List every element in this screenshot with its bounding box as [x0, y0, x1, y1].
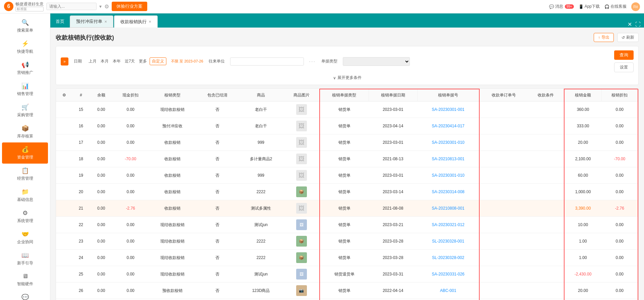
- td-bill-no[interactable]: SA-20230331-026: [417, 266, 479, 283]
- date-btn-this-month[interactable]: 本月: [99, 58, 110, 65]
- date-btn-this-year[interactable]: 本年: [111, 58, 122, 65]
- td-bill-no[interactable]: ABC-001: [417, 283, 479, 299]
- data-table-container: ⚙ # 余额 现金折扣 核销类型 包含已结清 商品 商品图片 核销单据类型 核销…: [56, 88, 639, 300]
- sidebar-item-search[interactable]: 🔍 搜索菜单: [0, 15, 50, 37]
- td-bill-date: 2023-03-01: [369, 167, 417, 184]
- user-avatar[interactable]: Rit: [631, 2, 640, 11]
- td-goods: 衣服00001: [238, 299, 283, 300]
- td-cash-discount: 0.00: [113, 118, 148, 134]
- sidebar-item-finance[interactable]: 💰 资金管理: [2, 142, 48, 164]
- writeoff-tab-close[interactable]: ✕: [149, 20, 151, 24]
- expand-more-link[interactable]: ∨ 展开更多条件: [333, 75, 362, 81]
- table-row: 24 0.00 0.00 现结收款核销 否 2222 📦 销货单 2023-03…: [56, 250, 638, 266]
- td-balance: 0.00: [90, 184, 113, 200]
- bill-no-link[interactable]: ABC-001: [440, 288, 457, 293]
- tab-prepay[interactable]: 预付冲应付单 ✕: [70, 15, 113, 28]
- th-balance: 余额: [90, 89, 113, 101]
- td-bill-date: 2022-04-14: [369, 283, 417, 299]
- td-writeoff-type: 收款核销: [148, 200, 197, 217]
- settings-gear-icon[interactable]: ⚙: [104, 3, 109, 10]
- sidebar-item-purchase[interactable]: 🛒 采购管理: [0, 100, 50, 121]
- sidebar-item-hardware[interactable]: 🖥 智能硬件: [0, 269, 50, 290]
- export-button[interactable]: ↑ 导出: [594, 33, 614, 42]
- bill-no-link[interactable]: SA-20210813-001: [432, 157, 464, 161]
- td-goods: 多计量商品2: [238, 151, 283, 167]
- td-writeoff-discount: 0.00: [601, 217, 638, 233]
- column-settings-icon[interactable]: ⚙: [62, 93, 66, 97]
- bill-no-link[interactable]: SA-20230321-012: [432, 222, 464, 227]
- date-btn-custom[interactable]: 自定义: [150, 57, 166, 65]
- refresh-button[interactable]: ↺ 刷新: [617, 33, 639, 42]
- filter-expand-btn[interactable]: »: [61, 57, 68, 66]
- td-bill-no[interactable]: SL-20230328-002: [417, 250, 479, 266]
- marketing-icon: 📢: [21, 61, 29, 69]
- td-receipt-condition: [528, 101, 564, 118]
- td-included: 否: [197, 101, 238, 118]
- sidebar-item-collab[interactable]: 🤝 企业协同: [0, 227, 50, 248]
- messages-link[interactable]: 💬 消息 99+: [549, 4, 574, 9]
- prepay-tab-close[interactable]: ✕: [104, 20, 107, 24]
- partner-label: 往来单位: [209, 58, 225, 64]
- bill-no-link[interactable]: SA-20230301-010: [432, 140, 464, 145]
- date-btn-7days[interactable]: 近7天: [123, 58, 137, 65]
- td-bill-no[interactable]: SL-20230408-001: [417, 299, 479, 300]
- td-bill-no[interactable]: SA-20230301-001: [417, 101, 479, 118]
- sidebar-item-marketing[interactable]: 📢 营销推广: [0, 58, 50, 79]
- app-download-link[interactable]: 📱 App下载: [579, 4, 600, 9]
- bill-no-link[interactable]: SA-20230331-026: [432, 272, 464, 276]
- td-bill-no[interactable]: SA-20230301-010: [417, 134, 479, 151]
- sidebar-item-operations[interactable]: 📋 经营管理: [0, 164, 50, 185]
- sidebar-item-basic[interactable]: 📁 基础信息: [0, 185, 50, 206]
- date-btn-more[interactable]: 更多: [138, 58, 148, 65]
- td-bill-date: 2023-03-14: [369, 184, 417, 200]
- bill-no-link[interactable]: SL-20230328-001: [432, 239, 464, 244]
- bill-no-link[interactable]: SA-20230301-001: [432, 107, 464, 112]
- td-gear: [56, 151, 72, 167]
- td-receipt-order-no: [479, 233, 528, 250]
- top-search-input[interactable]: [46, 3, 97, 10]
- td-bill-no[interactable]: SA-20230321-012: [417, 217, 479, 233]
- prepay-tab-label: 预付冲应付单: [76, 18, 102, 25]
- query-button[interactable]: 查询: [614, 50, 634, 60]
- tab-writeoff[interactable]: 收款核销执行 ✕: [114, 15, 158, 28]
- th-gear[interactable]: ⚙: [56, 89, 72, 101]
- online-support-link[interactable]: 🎧 在线客服: [604, 4, 627, 9]
- bill-no-link[interactable]: SA-20210808-001: [432, 206, 464, 211]
- sidebar-item-guide[interactable]: 📖 新手引导: [0, 248, 50, 269]
- sidebar-item-quicknav[interactable]: ⚡ 快捷导航: [0, 37, 50, 58]
- td-writeoff-discount: 0.00: [601, 233, 638, 250]
- td-index: 16: [72, 118, 90, 134]
- bill-no-link[interactable]: SL-20230328-002: [432, 255, 464, 260]
- td-bill-no[interactable]: SA-20230301-010: [417, 167, 479, 184]
- table-row: 16 0.00 0.00 预付冲应收 否 老白干 🖼 销货单 2023-04-1…: [56, 118, 638, 134]
- td-writeoff-type: 现结收款核销: [148, 233, 197, 250]
- maximize-icon[interactable]: ⛶: [635, 22, 641, 28]
- td-cash-discount: -2.76: [113, 200, 148, 217]
- partner-input[interactable]: [230, 57, 304, 66]
- close-window-icon[interactable]: ✕: [628, 21, 632, 28]
- td-bill-no[interactable]: SA-20210813-001: [417, 151, 479, 167]
- date-btn-last-month[interactable]: 上月: [87, 58, 98, 65]
- td-bill-no[interactable]: SA-20230414-017: [417, 118, 479, 134]
- td-cash-discount: 0.00: [113, 299, 148, 300]
- top-bar-left: 6 畅捷通谱好生意 标准版 ▾ ⚙ 休验行业方案: [4, 2, 546, 11]
- td-writeoff-amount: 360.00: [564, 101, 602, 118]
- bill-type-select[interactable]: [343, 57, 410, 66]
- bill-no-link[interactable]: SA-20230414-017: [432, 124, 464, 128]
- bill-no-link[interactable]: SA-20230314-008: [432, 189, 464, 194]
- sidebar-item-wechat[interactable]: 💬 企业微信: [0, 290, 50, 300]
- industry-btn[interactable]: 休验行业方案: [112, 2, 147, 11]
- td-bill-no[interactable]: SA-20210808-001: [417, 200, 479, 217]
- hardware-icon: 🖥: [22, 273, 28, 280]
- sales-icon: 📊: [21, 82, 29, 90]
- sidebar-item-system[interactable]: ⚙ 系统管理: [0, 206, 50, 227]
- tab-home[interactable]: 首页: [50, 15, 70, 28]
- td-bill-no[interactable]: SA-20230314-008: [417, 184, 479, 200]
- bill-no-link[interactable]: SA-20230301-010: [432, 173, 464, 178]
- sidebar-item-sales[interactable]: 📊 销售管理: [0, 79, 50, 100]
- td-writeoff-discount: -2.76: [601, 200, 638, 217]
- sidebar-item-inventory[interactable]: 📦 库存核算: [0, 121, 50, 142]
- filter-settings-button[interactable]: 设置: [614, 62, 634, 72]
- td-bill-no[interactable]: SL-20230328-001: [417, 233, 479, 250]
- dropdown-icon[interactable]: ▾: [99, 4, 102, 9]
